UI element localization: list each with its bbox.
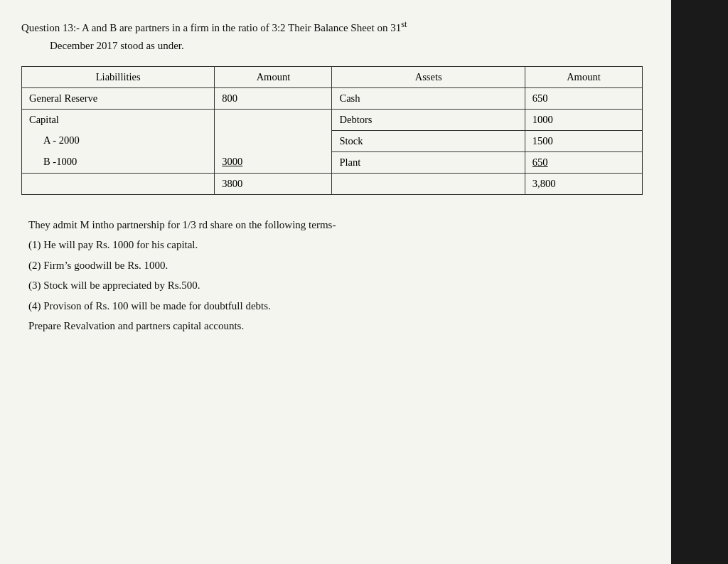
- asset-debtors: Debtors: [332, 109, 525, 130]
- amount-empty1: [215, 109, 332, 130]
- amount-650-plant: 650: [525, 151, 642, 173]
- liability-b-1000: B -1000: [22, 151, 215, 173]
- liability-empty-total: [22, 173, 215, 194]
- asset-cash: Cash: [332, 87, 525, 109]
- terms-item-1: (1) He will pay Rs. 1000 for his capital…: [28, 235, 636, 255]
- terms-intro: They admit M intho partnership for 1/3 r…: [28, 215, 636, 235]
- balance-sheet-table: Liabillities Amount Assets Amount Genera…: [21, 66, 643, 195]
- table-row: Capital Debtors 1000: [22, 109, 643, 130]
- amount-3800-right: 3,800: [525, 173, 642, 194]
- table-row: A - 2000 Stock 1500: [22, 130, 643, 151]
- table-row: General Reserve 800 Cash 650: [22, 87, 643, 109]
- table-row: B -1000 3000 Plant 650: [22, 151, 643, 173]
- header-amount-right: Amount: [525, 66, 642, 87]
- asset-stock: Stock: [332, 130, 525, 151]
- terms-item-4: (4) Provison of Rs. 100 will be made for…: [28, 296, 636, 316]
- terms-section: They admit M intho partnership for 1/3 r…: [21, 215, 643, 336]
- terms-item-2: (2) Firm’s goodwill be Rs. 1000.: [28, 255, 636, 276]
- amount-3800: 3800: [215, 173, 332, 194]
- amount-1000: 1000: [525, 109, 642, 130]
- terms-item-3: (3) Stock will be appreciated by Rs.500.: [28, 275, 636, 296]
- amount-empty2: [215, 130, 332, 151]
- amount-1500: 1500: [525, 130, 642, 151]
- table-row-total: 3800 3,800: [22, 173, 643, 194]
- liability-general-reserve: General Reserve: [22, 87, 215, 109]
- header-liabilities: Liabillities: [22, 66, 215, 87]
- amount-800: 800: [215, 87, 332, 109]
- liability-capital: Capital: [22, 109, 215, 130]
- superscript: st: [401, 19, 407, 29]
- terms-item-5: Prepare Revalvation and partners capital…: [28, 316, 636, 336]
- amount-650: 650: [525, 87, 642, 109]
- header-assets: Assets: [332, 66, 525, 87]
- question-text: Question 13:- A and B are partners in a …: [21, 17, 643, 55]
- header-amount-left: Amount: [215, 66, 332, 87]
- amount-3000: 3000: [215, 151, 332, 173]
- question-part1: Question 13:- A and B are partners in a …: [21, 22, 401, 33]
- liability-a-2000: A - 2000: [22, 130, 215, 151]
- right-dark-bar: [700, 0, 728, 564]
- asset-empty-total: [332, 173, 525, 194]
- asset-plant: Plant: [332, 151, 525, 173]
- question-continued: December 2017 stood as under.: [50, 40, 184, 51]
